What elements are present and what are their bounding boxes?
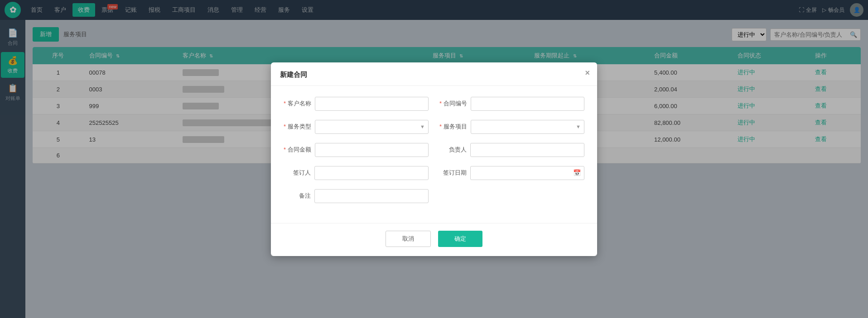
- input-contract-no[interactable]: [471, 97, 584, 111]
- modal-footer: 取消 确定: [271, 223, 597, 256]
- service-item-wrapper: ▼: [471, 120, 584, 134]
- modal-close-button[interactable]: ×: [585, 69, 590, 77]
- label-contract-no: 合同编号: [439, 100, 467, 108]
- modal-header: 新建合同 ×: [271, 62, 597, 86]
- field-service-item: 服务项目 ▼: [439, 120, 584, 134]
- form-row-2: 服务类型 ▼ 服务项目 ▼: [284, 120, 584, 134]
- field-service-type: 服务类型 ▼: [284, 120, 429, 134]
- modal-title: 新建合同: [280, 71, 307, 78]
- confirm-button[interactable]: 确定: [438, 231, 482, 247]
- field-note: 备注: [284, 189, 429, 203]
- label-sign-date: 签订日期: [439, 169, 467, 177]
- sign-date-wrapper: 2023-06-06 📅: [470, 166, 584, 180]
- label-note: 备注: [284, 192, 311, 200]
- cancel-button[interactable]: 取消: [386, 231, 431, 247]
- field-customer: 客户名称: [284, 97, 429, 111]
- calendar-icon[interactable]: 📅: [573, 169, 581, 176]
- service-type-wrapper: ▼: [315, 120, 429, 134]
- field-amount: 合同金额 0.00: [284, 143, 429, 157]
- input-customer[interactable]: [315, 97, 429, 111]
- select-service-type[interactable]: [315, 120, 429, 134]
- field-signer: 签订人: [284, 166, 429, 180]
- input-note[interactable]: [314, 189, 429, 203]
- input-amount[interactable]: 0.00: [315, 143, 429, 157]
- modal-body: 客户名称 合同编号 服务类型 ▼ 服务项目: [271, 86, 597, 223]
- label-amount: 合同金额: [284, 146, 311, 154]
- form-row-3: 合同金额 0.00 负责人: [284, 143, 584, 157]
- form-row-1: 客户名称 合同编号: [284, 97, 584, 111]
- input-responsible[interactable]: [470, 143, 584, 157]
- label-service-item: 服务项目: [439, 123, 467, 131]
- field-contract-no: 合同编号: [439, 97, 584, 111]
- new-contract-modal: 新建合同 × 客户名称 合同编号 服务类型: [271, 62, 597, 256]
- modal-overlay[interactable]: 新建合同 × 客户名称 合同编号 服务类型: [0, 0, 868, 318]
- form-row-5: 备注: [284, 189, 584, 203]
- form-row-4: 签订人 签订日期 2023-06-06 📅: [284, 166, 584, 180]
- label-responsible: 负责人: [439, 146, 467, 154]
- label-service-type: 服务类型: [284, 123, 311, 131]
- select-service-item[interactable]: [471, 120, 584, 134]
- field-sign-date: 签订日期 2023-06-06 📅: [439, 166, 584, 180]
- label-signer: 签订人: [284, 169, 311, 177]
- input-signer[interactable]: [314, 166, 429, 180]
- input-sign-date[interactable]: 2023-06-06: [470, 166, 584, 180]
- label-customer: 客户名称: [284, 100, 311, 108]
- field-responsible: 负责人: [439, 143, 584, 157]
